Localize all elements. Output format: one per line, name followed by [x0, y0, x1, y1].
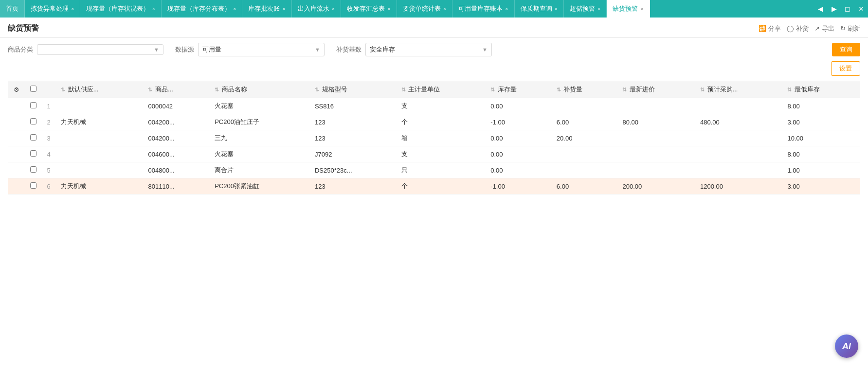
replenish-icon: ◯	[787, 25, 794, 32]
tab-home[interactable]: 首页	[0, 0, 25, 18]
tab-close-batch[interactable]: ×	[282, 6, 285, 12]
row-name-3: 火花塞	[210, 146, 310, 162]
table-row: 3 004200... 三九 123 箱 0.00 20.00 10.00	[8, 130, 860, 146]
tab-close-all-btn[interactable]: ✕	[854, 5, 868, 13]
replenish-select[interactable]: 安全库存 ▼	[365, 43, 492, 56]
row-unit-1: 个	[397, 114, 486, 130]
row-cb-3[interactable]	[25, 146, 41, 162]
datasource-filter-group: 数据源 可用量 ▼	[175, 43, 325, 56]
select-all-checkbox[interactable]	[30, 86, 36, 92]
share-button[interactable]: 🔁 分享	[759, 24, 781, 33]
replenish-button[interactable]: ◯ 补货	[787, 24, 809, 33]
tab-stock-dist[interactable]: 现存量（库存分布表） ×	[162, 0, 242, 18]
col-latest-price[interactable]: ⇅ 最新进价	[617, 81, 695, 98]
tab-available[interactable]: 可用量库存账本 ×	[452, 0, 514, 18]
row-estimated-2	[695, 130, 782, 146]
col-spec[interactable]: ⇅ 规格型号	[310, 81, 397, 98]
col-supplier[interactable]: ⇅ 默认供应...	[56, 81, 143, 98]
row-stock-1: -1.00	[486, 114, 552, 130]
sort-code-icon: ⇅	[148, 87, 152, 92]
row-cb-5[interactable]	[25, 178, 41, 194]
tab-picking[interactable]: 拣货异常处理 ×	[25, 0, 80, 18]
tab-close-summary[interactable]: ×	[387, 6, 390, 12]
row-cb-1[interactable]	[25, 114, 41, 130]
row-checkbox-2[interactable]	[30, 134, 36, 141]
table-row: 6 力天机械 801110... PC200张紧油缸 123 个 -1.00 6…	[8, 178, 860, 194]
tab-next-btn[interactable]: ▶	[827, 5, 841, 13]
datasource-select[interactable]: 可用量 ▼	[198, 43, 325, 56]
col-min-stock[interactable]: ⇅ 最低库存	[782, 81, 860, 98]
row-latest-price-4	[617, 162, 695, 178]
tab-requisition[interactable]: 要货单统计表 ×	[397, 0, 452, 18]
row-unit-3: 支	[397, 146, 486, 162]
category-label: 商品分类	[8, 45, 33, 54]
row-checkbox-3[interactable]	[30, 150, 36, 157]
filter-area: 商品分类 ▼ 数据源 可用量 ▼ 补货基数 安全库存 ▼	[0, 38, 868, 76]
tab-close-requisition[interactable]: ×	[443, 6, 446, 12]
col-replenish[interactable]: ⇅ 补货量	[552, 81, 618, 98]
tab-close-picking[interactable]: ×	[71, 6, 74, 12]
tab-batch[interactable]: 库存批次账 ×	[242, 0, 291, 18]
row-min-stock-4: 1.00	[782, 162, 860, 178]
tab-inout[interactable]: 出入库流水 ×	[292, 0, 341, 18]
tab-close-overstock[interactable]: ×	[597, 6, 600, 12]
col-gear[interactable]: ⚙	[8, 81, 25, 98]
tab-close-stock-dist[interactable]: ×	[233, 6, 236, 12]
row-unit-5: 个	[397, 178, 486, 194]
tab-restore-btn[interactable]: ◻	[841, 5, 854, 13]
row-num-0: 1	[41, 98, 56, 114]
row-cb-4[interactable]	[25, 162, 41, 178]
row-unit-0: 支	[397, 98, 486, 114]
tab-close-expiry[interactable]: ×	[555, 6, 558, 12]
refresh-icon: ↻	[840, 25, 846, 32]
tab-expiry[interactable]: 保质期查询 ×	[515, 0, 564, 18]
row-min-stock-1: 3.00	[782, 114, 860, 130]
settings-button[interactable]: 设置	[831, 61, 860, 76]
row-num-5: 6	[41, 178, 56, 194]
table-row: 4 004600... 火花塞 J7092 支 0.00 8.00	[8, 146, 860, 162]
tab-shortage[interactable]: 缺货预警 ×	[607, 0, 650, 18]
replenish-arrow-icon: ▼	[482, 47, 488, 53]
tab-close-available[interactable]: ×	[505, 6, 508, 12]
row-checkbox-1[interactable]	[30, 118, 36, 124]
export-button[interactable]: ↗ 导出	[814, 24, 834, 33]
row-spec-2: 123	[310, 130, 397, 146]
datasource-value: 可用量	[202, 45, 221, 54]
row-replenish-2: 20.00	[552, 130, 618, 146]
tab-close-stock-status[interactable]: ×	[152, 6, 155, 12]
tab-close-shortage[interactable]: ×	[640, 6, 643, 12]
datasource-label: 数据源	[175, 45, 194, 54]
row-code-5: 801110...	[143, 178, 210, 194]
query-button[interactable]: 查询	[832, 43, 860, 56]
col-estimated[interactable]: ⇅ 预计采购...	[695, 81, 782, 98]
row-min-stock-5: 3.00	[782, 178, 860, 194]
row-spec-5: 123	[310, 178, 397, 194]
tab-controls: ◀ ▶ ◻ ✕	[814, 5, 868, 13]
row-checkbox-0[interactable]	[30, 102, 36, 108]
tab-bar: 首页 拣货异常处理 × 现存量（库存状况表） × 现存量（库存分布表） × 库存…	[0, 0, 868, 18]
row-cb-2[interactable]	[25, 130, 41, 146]
table-wrap: ⚙ ⇅ 默认供应... ⇅ 商品... ⇅	[0, 81, 868, 194]
tab-prev-btn[interactable]: ◀	[814, 5, 827, 13]
row-name-5: PC200张紧油缸	[210, 178, 310, 194]
col-stock[interactable]: ⇅ 库存量	[486, 81, 552, 98]
tab-overstock[interactable]: 超储预警 ×	[564, 0, 607, 18]
col-name[interactable]: ⇅ 商品名称	[210, 81, 310, 98]
refresh-button[interactable]: ↻ 刷新	[840, 24, 860, 33]
row-cb-0[interactable]	[25, 98, 41, 114]
row-checkbox-5[interactable]	[30, 182, 36, 189]
col-code[interactable]: ⇅ 商品...	[143, 81, 210, 98]
col-unit[interactable]: ⇅ 主计量单位	[397, 81, 486, 98]
row-gear-2	[8, 130, 25, 146]
row-stock-0: 0.00	[486, 98, 552, 114]
tab-close-inout[interactable]: ×	[332, 6, 335, 12]
row-stock-5: -1.00	[486, 178, 552, 194]
row-checkbox-4[interactable]	[30, 166, 36, 173]
table-row: 5 004800... 离合片 DS250*23c... 只 0.00 1.00	[8, 162, 860, 178]
sort-spec-icon: ⇅	[315, 87, 319, 92]
ai-assistant-button[interactable]: Ai	[835, 334, 858, 358]
sort-min-stock-icon: ⇅	[787, 87, 792, 92]
tab-stock-status[interactable]: 现存量（库存状况表） ×	[80, 0, 161, 18]
tab-summary[interactable]: 收发存汇总表 ×	[341, 0, 397, 18]
category-select[interactable]: ▼	[37, 44, 163, 55]
